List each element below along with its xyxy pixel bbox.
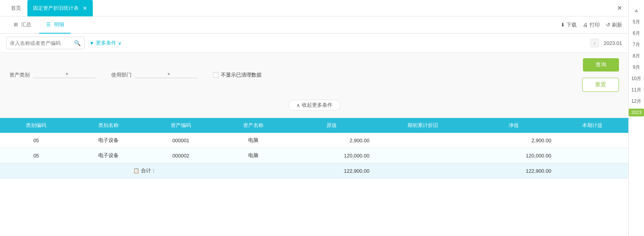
- data-table: 类别编码 类别名称 资产编码 资产名称 原值 期初累计折旧 净值 本期计提 05…: [0, 118, 628, 179]
- download-icon: ⬇: [561, 22, 565, 28]
- asset-type-label: 资产类别: [9, 72, 30, 79]
- sub-tabs-bar: ⊞ 汇总 ☰ 明细 ⬇ 下载 🖨 打印 ↺ 刷新: [0, 16, 628, 34]
- department-select[interactable]: ▼: [135, 72, 197, 78]
- print-action[interactable]: 🖨 打印: [583, 21, 600, 29]
- more-filter-btn[interactable]: ▼ 更多条件 ∨: [89, 39, 122, 46]
- print-icon: 🖨: [583, 22, 588, 28]
- total-label: 合计：: [141, 168, 156, 173]
- col-category-name: 类别名称: [72, 118, 145, 133]
- exclude-cleared-checkbox[interactable]: [213, 72, 218, 78]
- month-item[interactable]: 12月: [631, 96, 641, 107]
- asset-type-field: 资产类别 ▼: [9, 72, 96, 79]
- summary-icon: ⊞: [13, 21, 19, 28]
- advanced-filter-row: 资产类别 ▼ 使用部门 ▼ 不显示已清理数据 查询 重置: [9, 58, 619, 92]
- exclude-cleared-label: 不显示已清理数据: [221, 72, 262, 79]
- month-item[interactable]: 6月: [631, 28, 641, 39]
- refresh-icon: ↺: [606, 22, 610, 28]
- department-label: 使用部门: [111, 72, 132, 79]
- active-tab[interactable]: 固定资产折旧统计表 ✕: [27, 0, 93, 16]
- query-button[interactable]: 查询: [583, 58, 619, 72]
- tab-detail[interactable]: ☰ 明细: [39, 16, 70, 34]
- col-asset-code: 资产编码: [145, 118, 217, 133]
- tab-actions: ⬇ 下载 🖨 打印 ↺ 刷新: [561, 21, 622, 29]
- top-nav: 首页 固定资产折旧统计表 ✕ ✕: [0, 0, 628, 16]
- date-label: 2023.01: [604, 40, 622, 46]
- reset-button[interactable]: 重置: [582, 78, 619, 92]
- col-current-depreciation: 本期计提: [556, 118, 628, 133]
- window-close-icon[interactable]: ✕: [617, 4, 622, 12]
- department-arrow-icon: ▼: [167, 72, 197, 76]
- department-field: 使用部门 ▼: [111, 72, 197, 79]
- table-row: 05电子设备000002电脑120,000.00120,000.00: [0, 148, 628, 163]
- col-original-value: 原值: [289, 118, 374, 133]
- tab-summary[interactable]: ⊞ 汇总: [6, 16, 38, 34]
- month-item[interactable]: 9月: [631, 62, 641, 73]
- refresh-action[interactable]: ↺ 刷新: [606, 21, 622, 29]
- detail-icon: ☰: [45, 21, 52, 28]
- collapse-button[interactable]: ∧ 收起更多条件: [288, 100, 341, 111]
- more-filter-label: 更多条件: [96, 39, 116, 46]
- search-input[interactable]: [10, 40, 72, 46]
- total-icon: 📋: [133, 168, 139, 173]
- filter-icon: ▼: [89, 40, 94, 46]
- col-accumulated-depreciation: 期初累计折旧: [374, 118, 471, 133]
- tab-detail-label: 明细: [54, 21, 64, 28]
- asset-type-select[interactable]: ▼: [33, 72, 96, 78]
- tab-close-icon[interactable]: ✕: [83, 5, 87, 11]
- asset-type-arrow-icon: ▼: [65, 72, 96, 76]
- month-list: 5月6月7月8月9月10月11月12月: [631, 16, 641, 107]
- download-action[interactable]: ⬇ 下载: [561, 21, 577, 29]
- collapse-btn-row: ∧ 收起更多条件: [9, 97, 619, 112]
- month-item[interactable]: 8月: [631, 50, 641, 62]
- refresh-label: 刷新: [612, 21, 622, 29]
- col-net-value: 净值: [471, 118, 556, 133]
- nav-home[interactable]: 首页: [6, 0, 26, 16]
- table-wrap: 类别编码 类别名称 资产编码 资产名称 原值 期初累计折旧 净值 本期计提 05…: [0, 118, 628, 236]
- year-badge: 2023: [629, 109, 644, 116]
- download-label: 下载: [566, 21, 577, 29]
- col-category-code: 类别编码: [0, 118, 72, 133]
- month-item[interactable]: 7月: [631, 39, 641, 50]
- chevron-down-icon: ∨: [118, 40, 122, 46]
- advanced-filter-panel: 资产类别 ▼ 使用部门 ▼ 不显示已清理数据 查询 重置: [0, 53, 628, 118]
- search-icon[interactable]: 🔍: [74, 40, 81, 46]
- table-row: 05电子设备000001电脑2,900.002,900.00: [0, 133, 628, 148]
- exclude-cleared-wrap[interactable]: 不显示已清理数据: [213, 72, 262, 79]
- table-header-row: 类别编码 类别名称 资产编码 资产名称 原值 期初累计折旧 净值 本期计提: [0, 118, 628, 133]
- collapse-label: 收起更多条件: [302, 102, 332, 109]
- month-item[interactable]: 5月: [631, 16, 641, 28]
- filter-row: 🔍 ▼ 更多条件 ∨ › 2023.01: [0, 34, 628, 53]
- tab-summary-label: 汇总: [21, 21, 31, 28]
- month-item[interactable]: 11月: [631, 84, 641, 96]
- print-label: 打印: [590, 21, 600, 29]
- sidebar-toggle-arrow[interactable]: ›: [590, 39, 599, 47]
- filter-buttons: 查询 重置: [582, 58, 619, 92]
- sidebar-nav-up[interactable]: ▲: [630, 4, 643, 16]
- collapse-icon: ∧: [296, 102, 300, 108]
- total-row: 📋合计：122,900.00122,900.00: [0, 163, 628, 179]
- search-wrap[interactable]: 🔍: [6, 37, 85, 49]
- tab-label: 固定资产折旧统计表: [33, 5, 79, 12]
- col-asset-name: 资产名称: [217, 118, 289, 133]
- right-sidebar: ▲ 5月6月7月8月9月10月11月12月 2023: [628, 0, 644, 236]
- month-item[interactable]: 10月: [631, 73, 641, 84]
